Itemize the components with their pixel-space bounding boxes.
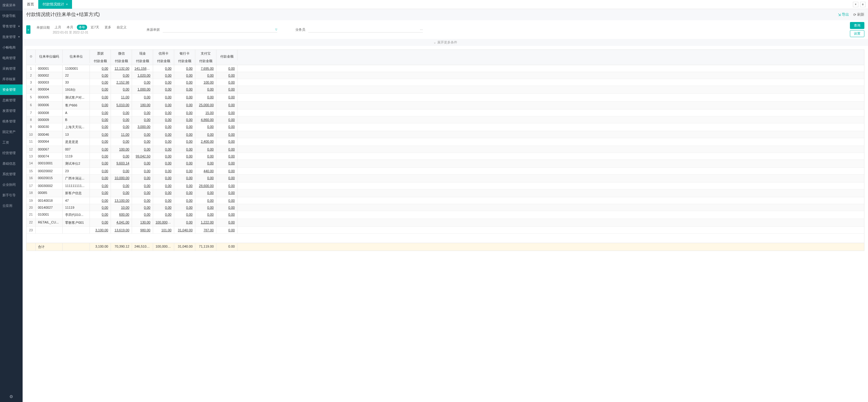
amount-link[interactable]: 0.00 <box>102 169 108 173</box>
table-row[interactable]: 2000140027111190.0010.000.000.000.000.00… <box>27 204 864 211</box>
amount-link[interactable]: 4,860.00 <box>201 118 214 121</box>
amount-link[interactable]: 11.00 <box>121 133 129 136</box>
amount-link[interactable]: 0.00 <box>165 118 172 121</box>
amount-link[interactable]: 0.00 <box>102 191 108 195</box>
amount-link[interactable]: 9,603.14 <box>116 161 129 165</box>
amount-link[interactable]: 0.00 <box>186 111 193 115</box>
amount-link[interactable]: 0.00 <box>186 87 193 91</box>
amount-link[interactable]: 0.00 <box>228 206 235 209</box>
amount-link[interactable]: 0.00 <box>207 74 214 77</box>
amount-link[interactable]: 0.00 <box>144 184 150 188</box>
chevron-down-icon[interactable]: ▽ <box>275 28 277 31</box>
table-row[interactable]: 1700030002111111111...0.000.000.000.000.… <box>27 182 864 190</box>
amount-link[interactable]: 0.00 <box>207 133 214 136</box>
amount-link[interactable]: 0.00 <box>144 199 150 202</box>
export-button[interactable]: ⇲ 导出 <box>838 12 849 17</box>
amount-link[interactable]: 0.00 <box>102 147 108 151</box>
amount-link[interactable]: 0.00 <box>186 191 193 195</box>
amount-link[interactable]: 0.00 <box>144 133 150 136</box>
amount-link[interactable]: 0.00 <box>123 169 129 173</box>
amount-link[interactable]: 0.00 <box>123 184 129 188</box>
amount-link[interactable]: 0.00 <box>186 154 193 158</box>
col-sub-0[interactable]: 付款金额 <box>90 57 111 65</box>
amount-link[interactable]: 100,000,000.00 <box>156 221 174 224</box>
table-row[interactable]: 120000670070.00100.000.000.000.000.000.0… <box>27 146 864 153</box>
amount-link[interactable]: 0.00 <box>228 125 235 128</box>
sidebar-item-2[interactable]: 零售管理▼ <box>0 21 23 32</box>
ellipsis-icon[interactable]: ··· <box>420 27 423 32</box>
amount-link[interactable]: 31,040.00 <box>178 228 193 232</box>
tab-active[interactable]: 付款情况统计 × <box>38 0 72 9</box>
amount-link[interactable]: 130.00 <box>140 221 150 224</box>
amount-link[interactable]: 0.00 <box>186 74 193 77</box>
amount-link[interactable]: 7,695.00 <box>201 67 214 70</box>
amount-link[interactable]: 0.00 <box>207 212 214 216</box>
amount-link[interactable]: 0.00 <box>123 87 129 91</box>
amount-link[interactable]: 15.00 <box>205 111 214 115</box>
date-quick-1[interactable]: 本月 <box>65 25 75 30</box>
table-row[interactable]: 1800085新客户信息0.000.000.000.000.000.000.00 <box>27 190 864 197</box>
amount-link[interactable]: 0.00 <box>186 184 193 188</box>
sidebar-item-9[interactable]: 总账管理 <box>0 95 23 106</box>
table-row[interactable]: 100000111000010.0012,132.00141,158.110.0… <box>27 65 864 72</box>
tab-home[interactable]: 首页 <box>23 0 38 9</box>
table-row[interactable]: 233,100.0013,619.00980.00101.0031,040.00… <box>27 227 864 234</box>
table-row[interactable]: 1600020015广西丰润运...0.0010,000.000.000.000… <box>27 175 864 182</box>
amount-link[interactable]: 0.00 <box>165 169 172 173</box>
amount-link[interactable]: 180.00 <box>140 103 150 107</box>
amount-link[interactable]: 0.00 <box>123 140 129 143</box>
amount-link[interactable]: 0.00 <box>144 176 150 180</box>
amount-link[interactable]: 0.00 <box>102 184 108 188</box>
amount-link[interactable]: 100.00 <box>204 81 214 84</box>
amount-link[interactable]: 0.00 <box>165 191 172 195</box>
amount-link[interactable]: 0.00 <box>186 81 193 84</box>
amount-link[interactable]: 0.00 <box>144 140 150 143</box>
amount-link[interactable]: 0.00 <box>165 161 172 165</box>
amount-link[interactable]: 0.00 <box>186 118 193 121</box>
col-header-name[interactable]: 往来单位 <box>63 50 90 63</box>
amount-link[interactable]: 11.00 <box>121 95 129 99</box>
amount-link[interactable]: 2,400.00 <box>201 140 214 143</box>
amount-link[interactable]: 101.00 <box>161 228 172 232</box>
amount-link[interactable]: 0.00 <box>144 212 150 216</box>
amount-link[interactable]: 0.00 <box>165 111 172 115</box>
amount-link[interactable]: 0.00 <box>186 133 193 136</box>
amount-link[interactable]: 13,100.00 <box>115 199 129 202</box>
amount-link[interactable]: 0.00 <box>165 154 172 158</box>
amount-link[interactable]: 0.00 <box>207 154 214 158</box>
amount-link[interactable]: 10.00 <box>121 206 129 209</box>
amount-link[interactable]: 0.00 <box>207 95 214 99</box>
amount-link[interactable]: 0.00 <box>123 111 129 115</box>
date-quick-0[interactable]: 上月 <box>53 25 63 30</box>
amount-link[interactable]: 0.00 <box>228 212 235 216</box>
sidebar-item-16[interactable]: 系统管理 <box>0 169 23 179</box>
amount-link[interactable]: 0.00 <box>102 125 108 128</box>
amount-link[interactable]: 0.00 <box>144 95 150 99</box>
sidebar-item-18[interactable]: 新手引导 <box>0 190 23 201</box>
amount-link[interactable]: 0.00 <box>165 147 172 151</box>
amount-link[interactable]: 0.00 <box>228 81 235 84</box>
amount-link[interactable]: 0.00 <box>186 176 193 180</box>
amount-link[interactable]: 0.00 <box>144 81 150 84</box>
sidebar-item-3[interactable]: 批发管理▼ <box>0 32 23 42</box>
amount-link[interactable]: 0.00 <box>102 140 108 143</box>
amount-link[interactable]: 0.00 <box>228 140 235 143</box>
sidebar-item-13[interactable]: 工资 <box>0 137 23 148</box>
amount-link[interactable]: 0.00 <box>144 206 150 209</box>
amount-link[interactable]: 100.00 <box>119 147 129 151</box>
amount-link[interactable]: 25,000.00 <box>199 103 214 107</box>
table-row[interactable]: 2000002220.000.001,020.000.000.000.000.0… <box>27 72 864 79</box>
sidebar-item-15[interactable]: 基础信息 <box>0 158 23 169</box>
sidebar-item-7[interactable]: 库存核算 <box>0 74 23 84</box>
amount-link[interactable]: 0.00 <box>186 199 193 202</box>
date-quick-3[interactable]: 近7天 <box>89 25 101 30</box>
amount-link[interactable]: 5,010.00 <box>116 103 129 107</box>
col-sub-1[interactable]: 付款金额 <box>111 57 132 65</box>
amount-link[interactable]: 0.00 <box>207 125 214 128</box>
amount-link[interactable]: 0.00 <box>228 199 235 202</box>
sidebar-item-12[interactable]: 固定资产 <box>0 127 23 137</box>
amount-link[interactable]: 0.00 <box>228 221 235 224</box>
table-row[interactable]: 1900140018470.0013,100.000.000.000.000.0… <box>27 197 864 204</box>
amount-link[interactable]: 2,152.98 <box>116 81 129 84</box>
expand-filters-button[interactable]: ⌄ 展开更多条件 <box>23 39 868 46</box>
